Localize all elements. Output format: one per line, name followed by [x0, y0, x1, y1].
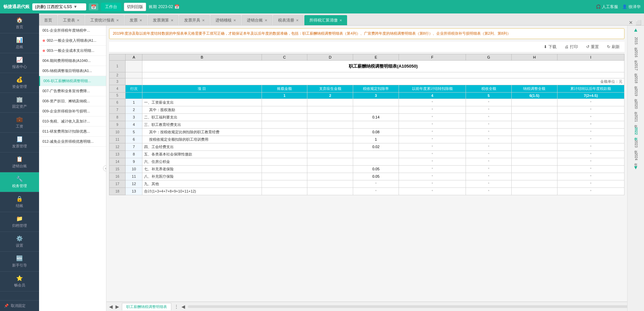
cell-value[interactable]: *	[557, 121, 624, 128]
cell-value[interactable]	[511, 121, 557, 128]
year-2024[interactable]: 2024年	[634, 150, 638, 163]
reset-button[interactable]: ↺ 重置	[584, 43, 601, 51]
cell-value[interactable]: *	[399, 143, 466, 150]
tab-payroll-stat[interactable]: 工资统计报表 ✕	[85, 15, 124, 25]
cell-value[interactable]: *	[399, 121, 466, 128]
year-2020[interactable]: 2020年	[634, 99, 638, 111]
list-item-010[interactable]: 010-免税、减计收入及加计...	[39, 116, 106, 127]
cell-value[interactable]	[262, 173, 307, 180]
sidebar-item-settings[interactable]: ⚙️ 设置	[0, 232, 39, 252]
sidebar-item-close[interactable]: 🔒 结账	[0, 192, 39, 212]
unpin-button[interactable]: 📌 取消固定	[0, 301, 39, 311]
year-2021[interactable]: 2021年	[634, 112, 638, 125]
cell-value[interactable]: *	[557, 180, 624, 187]
cell-value[interactable]	[511, 150, 557, 158]
sidebar-item-purchsale[interactable]: 📋 进销台账	[0, 152, 39, 172]
tab-payroll-close[interactable]: ✕	[77, 19, 79, 22]
cell-value[interactable]	[511, 106, 557, 113]
cell-value[interactable]: *	[466, 187, 512, 195]
cell-value[interactable]	[307, 165, 353, 173]
sidebar-item-tax[interactable]: 🔧 税务管理	[0, 172, 39, 192]
cell-label[interactable]: 四、工会经费支出	[142, 143, 262, 150]
cell-value[interactable]	[262, 128, 307, 136]
cell-value[interactable]: *	[399, 173, 466, 180]
cell-value[interactable]	[511, 165, 557, 173]
cell-value[interactable]	[262, 158, 307, 165]
tab-restore-btn[interactable]: ⬜	[636, 20, 641, 25]
cell-value[interactable]	[511, 128, 557, 136]
cell-value[interactable]	[262, 180, 307, 187]
sheet-menu-btn[interactable]: ⋮	[174, 304, 179, 309]
list-item-004[interactable]: 004-期间费用明细表(A1040...	[39, 56, 106, 66]
cell-value[interactable]	[307, 136, 353, 143]
cell-value[interactable]	[511, 113, 557, 121]
cell-value[interactable]	[262, 136, 307, 143]
cell-value[interactable]: 0.08	[353, 128, 399, 136]
cell-value[interactable]	[307, 99, 353, 106]
cell-label[interactable]: 合计(1+3+4+7+8+9+10+11+12)	[142, 187, 262, 195]
cell-value[interactable]: *	[466, 136, 512, 143]
year-down-btn[interactable]: ▼	[632, 163, 640, 172]
calendar-icon-btn[interactable]: 📅	[89, 3, 98, 10]
cell-value[interactable]	[511, 173, 557, 180]
company-selector[interactable]: (勿删) 江西腔宝-LSS ▼	[32, 3, 86, 10]
cell-value[interactable]: *	[466, 143, 512, 150]
sidebar-item-assets[interactable]: 🏢 固定资产	[0, 93, 39, 113]
tab-payroll[interactable]: 工资表 ✕	[58, 15, 84, 25]
cell-value[interactable]: *	[557, 136, 624, 143]
cell-value[interactable]	[307, 150, 353, 158]
list-item-009[interactable]: 009-企业所得税弥补亏损明...	[39, 106, 106, 116]
list-item-005[interactable]: 005-纳税调整项目明细表(A1...	[39, 66, 106, 76]
cell-label[interactable]: 九、其他	[142, 180, 262, 187]
tab-payroll-stat-close[interactable]: ✕	[116, 19, 119, 22]
cell-value[interactable]	[262, 106, 307, 113]
switch-button[interactable]: 切到旧版	[124, 3, 146, 11]
sidebar-item-home[interactable]: 🏠 首页	[0, 13, 39, 33]
cell-label[interactable]: 二、职工福利要支出	[142, 113, 262, 121]
cell-value[interactable]: *	[466, 173, 512, 180]
list-item-011[interactable]: 011-研发费用加计扣除优惠...	[39, 127, 106, 137]
print-button[interactable]: 🖨 打印	[563, 43, 580, 51]
tab-income-tax-close[interactable]: ✕	[339, 19, 342, 22]
tab-invoice-calc-close[interactable]: ✕	[171, 19, 173, 22]
cell-value[interactable]	[511, 180, 557, 187]
year-2015[interactable]: 2015年	[634, 34, 638, 47]
refresh-button[interactable]: ↻ 刷新	[605, 43, 622, 51]
cell-label[interactable]: 七、补充养老保险	[142, 165, 262, 173]
sheet-nav-left[interactable]: ◀	[109, 304, 113, 309]
list-item-002[interactable]: ⊗ 002-一般企业收入明细表(A1...	[39, 36, 106, 46]
tab-taxbook-close[interactable]: ✕	[296, 19, 299, 22]
sidebar-item-archive[interactable]: 📁 归档管理	[0, 212, 39, 232]
cell-value[interactable]: *	[557, 128, 624, 136]
cell-value[interactable]: *	[466, 128, 512, 136]
cell-value[interactable]: 0.05	[353, 173, 399, 180]
cell-value[interactable]	[262, 165, 307, 173]
cell-value[interactable]: *	[557, 143, 624, 150]
list-item-007[interactable]: 007-广告费和业务宣传费障...	[39, 86, 106, 96]
cell-value[interactable]: 0.02	[353, 143, 399, 150]
sidebar-item-guide[interactable]: 🆕 新手引导	[0, 252, 39, 272]
list-item-012[interactable]: 012-减免企业所得税优惠明细...	[39, 137, 106, 147]
tab-home[interactable]: 首页	[39, 15, 57, 25]
cell-label[interactable]: 一、工资薪金支出	[142, 99, 262, 106]
sheet-tab[interactable]: 职工薪酬纳税调整明细表	[122, 303, 171, 310]
tab-invoice-close[interactable]: ✕	[139, 19, 142, 22]
cell-value[interactable]: *	[466, 113, 512, 121]
sidebar-item-invoice[interactable]: 🧾 发票管理	[0, 133, 39, 152]
cell-value[interactable]: *	[466, 150, 512, 158]
cell-value[interactable]	[353, 158, 399, 165]
cell-value[interactable]	[353, 99, 399, 106]
year-2022[interactable]: 2022年	[634, 125, 638, 137]
cell-value[interactable]: *	[399, 106, 466, 113]
cell-value[interactable]: 0.14	[353, 113, 399, 121]
cell-value[interactable]	[353, 121, 399, 128]
workbench-button[interactable]: 工作台	[101, 3, 121, 11]
cell-value[interactable]: 0.05	[353, 165, 399, 173]
cell-value[interactable]	[262, 187, 307, 195]
tab-invoice-calc[interactable]: 发票测算 ✕	[148, 15, 178, 25]
cell-value[interactable]: *	[399, 158, 466, 165]
cell-value[interactable]: *	[399, 136, 466, 143]
tab-close-btn[interactable]: ✕	[629, 20, 633, 25]
cell-value[interactable]: 1	[353, 136, 399, 143]
year-2016[interactable]: 2016年	[634, 47, 638, 60]
